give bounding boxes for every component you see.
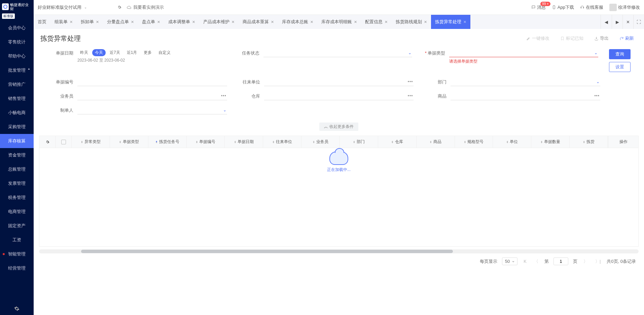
more-icon[interactable]: ••• — [221, 94, 226, 98]
sidebar-item[interactable]: 发票管理 — [0, 176, 34, 190]
table-column-header[interactable]: ▲▼商品 — [417, 136, 455, 148]
product-input[interactable] — [451, 92, 600, 100]
partner-input[interactable] — [264, 78, 414, 86]
settings-icon[interactable] — [117, 5, 121, 10]
page-size-select[interactable]: 50 — [502, 257, 517, 265]
table-column-header[interactable]: ▲▼规格型号 — [455, 136, 493, 148]
sidebar-item[interactable]: 资金管理 — [0, 148, 34, 162]
tab[interactable]: 首页 — [34, 15, 50, 29]
close-icon[interactable]: ✕ — [463, 20, 466, 24]
chevron-down-icon[interactable]: ⌄ — [596, 79, 600, 84]
close-icon[interactable]: ✕ — [157, 20, 160, 24]
settings-button[interactable]: 设置 — [609, 62, 631, 72]
sidebar-settings[interactable] — [0, 303, 34, 315]
tabs-next-button[interactable]: ▶ — [612, 15, 622, 29]
close-icon[interactable]: ✕ — [310, 20, 313, 24]
messages-button[interactable]: 消息 99 + — [531, 4, 546, 10]
tab[interactable]: 拆卸单✕ — [77, 15, 103, 29]
user-menu[interactable]: 徐泽华修改 — [609, 4, 640, 11]
sidebar-item[interactable]: 营销推广 — [0, 77, 34, 92]
sidebar-item[interactable]: 智能管理 — [0, 247, 34, 261]
date-quick-option[interactable]: 近1月 — [124, 49, 140, 56]
creator-select[interactable] — [77, 106, 227, 114]
table-column-header[interactable]: ▲▼单位 — [493, 136, 531, 148]
table-column-header[interactable]: ▲▼部门 — [340, 136, 378, 148]
collapse-filters-button[interactable]: ︽ 收起更多条件 — [34, 120, 644, 133]
date-quick-option[interactable]: 近7天 — [107, 49, 123, 56]
task-status-select[interactable] — [263, 49, 413, 57]
close-icon[interactable]: ✕ — [354, 20, 357, 24]
more-icon[interactable]: ••• — [408, 94, 413, 98]
select-all-checkbox[interactable] — [56, 136, 72, 148]
close-icon[interactable]: ✕ — [385, 20, 388, 24]
sidebar-item[interactable]: 销售管理 — [0, 92, 34, 106]
table-column-header[interactable]: ▲▼单据类型 — [110, 136, 148, 148]
last-page-button[interactable]: 〉| — [594, 258, 602, 265]
tabs-close-button[interactable]: ✕ — [622, 15, 633, 29]
date-quick-option[interactable]: 自定义 — [156, 49, 173, 56]
table-column-header[interactable]: ▲▼拣货任务号 — [148, 136, 187, 148]
tabs-prev-button[interactable]: ◀ — [601, 15, 612, 29]
demo-link[interactable]: 我要看实例演示 — [127, 4, 164, 10]
scrollbar-thumb[interactable] — [81, 250, 453, 253]
product-selector[interactable]: 好业财标准版交付试用 ⌄ — [38, 4, 112, 10]
table-column-header[interactable]: ▲▼拣货 — [570, 136, 608, 148]
doc-no-input[interactable] — [77, 78, 227, 86]
first-page-button[interactable]: K — [522, 259, 528, 264]
more-icon[interactable]: ••• — [594, 94, 600, 98]
date-quick-option[interactable]: 更多 — [141, 49, 154, 56]
dept-select[interactable] — [451, 78, 600, 86]
date-quick-option[interactable]: 昨天 — [77, 49, 91, 56]
tab[interactable]: 商品成本重算✕ — [239, 15, 278, 29]
close-icon[interactable]: ✕ — [424, 20, 427, 24]
tab[interactable]: 拣货路线规划✕ — [392, 15, 431, 29]
chevron-down-icon[interactable]: ⌄ — [594, 50, 598, 55]
support-button[interactable]: 在线客服 — [580, 4, 603, 10]
query-button[interactable]: 查询 — [609, 49, 631, 59]
close-icon[interactable]: ✕ — [231, 20, 235, 24]
sidebar-item[interactable]: 总账管理 — [0, 162, 34, 176]
table-column-header[interactable]: ▲▼往来单位 — [263, 136, 301, 148]
horizontal-scrollbar[interactable] — [39, 249, 639, 253]
tabs-fullscreen-button[interactable]: ⛶ — [633, 15, 644, 29]
sidebar-item[interactable]: 帮助中心 — [0, 49, 34, 63]
table-settings-button[interactable] — [39, 136, 56, 148]
sidebar-item[interactable]: 税务管理 — [0, 190, 34, 205]
doc-type-select[interactable] — [449, 49, 598, 57]
tab[interactable]: 组装单✕ — [50, 15, 77, 29]
tab[interactable]: 库存成本明细账✕ — [317, 15, 361, 29]
tab[interactable]: 产品成本维护✕ — [199, 15, 239, 29]
table-column-header[interactable]: ▲▼单据编号 — [187, 136, 225, 148]
export-button[interactable]: 导出 — [591, 34, 612, 43]
sidebar-item[interactable]: 经营管理 — [0, 261, 34, 275]
app-download-button[interactable]: App下载 — [552, 4, 574, 10]
tab[interactable]: 库存成本总账✕ — [278, 15, 317, 29]
tab[interactable]: 配置信息✕ — [361, 15, 392, 29]
tab[interactable]: 成本调整单✕ — [164, 15, 199, 29]
table-column-header[interactable]: ▲▼仓库 — [378, 136, 417, 148]
sidebar-item[interactable]: 批发管理 — [0, 63, 34, 77]
sidebar-item[interactable]: 小畅电商 — [0, 106, 34, 120]
sidebar-item[interactable]: 会员中心 — [0, 21, 34, 35]
more-icon[interactable]: ••• — [408, 79, 413, 84]
table-column-header[interactable]: ▲▼业务员 — [301, 136, 340, 148]
warehouse-input[interactable] — [264, 92, 414, 100]
sidebar-item[interactable]: 电商管理 — [0, 205, 34, 219]
table-column-header[interactable]: ▲▼单据日期 — [225, 136, 263, 148]
salesman-input[interactable] — [77, 92, 227, 100]
table-column-header[interactable]: ▲▼单据数量 — [531, 136, 570, 148]
date-quick-option[interactable]: 今天 — [92, 49, 106, 56]
tab[interactable]: 拣货异常处理✕ — [431, 15, 470, 29]
table-column-header[interactable]: ▲▼异常类型 — [72, 136, 110, 148]
tab[interactable]: 分量盘点单✕ — [103, 15, 138, 29]
next-page-button[interactable]: 〉 — [582, 258, 589, 265]
close-icon[interactable]: ✕ — [271, 20, 274, 24]
chevron-down-icon[interactable]: ⌄ — [408, 50, 412, 55]
sidebar-item[interactable]: 库存核算 — [0, 134, 34, 148]
sidebar-item[interactable]: 采购管理 — [0, 120, 34, 134]
sidebar-item[interactable]: 固定资产 — [0, 219, 34, 233]
close-icon[interactable]: ✕ — [192, 20, 195, 24]
close-icon[interactable]: ✕ — [131, 20, 134, 24]
sidebar-item[interactable]: 工资 — [0, 233, 34, 247]
close-icon[interactable]: ✕ — [96, 20, 99, 24]
